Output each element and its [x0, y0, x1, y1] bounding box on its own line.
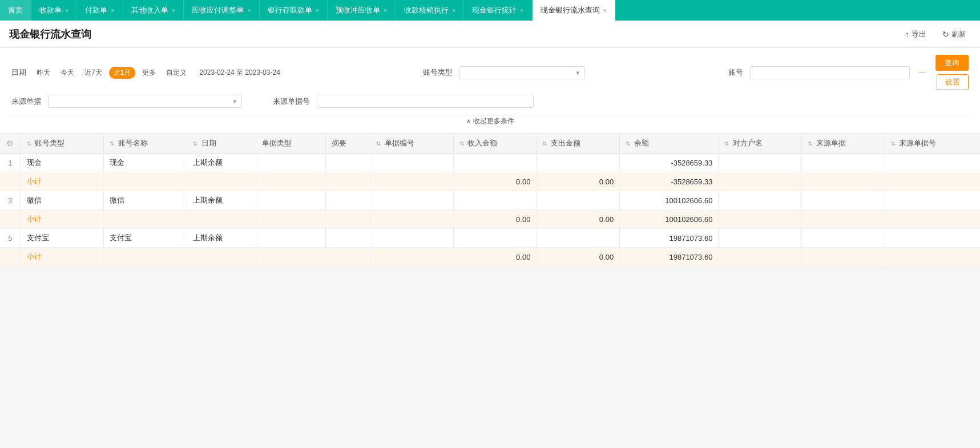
nav-item-other-income[interactable]: 其他收入单 × [123, 0, 184, 21]
cell-source-doc-num [885, 172, 980, 191]
collapse-arrow-icon: ∧ [466, 118, 471, 125]
cell-account-type: 微信 [21, 191, 104, 210]
source-doc-num-label: 来源单据号 [273, 96, 310, 107]
query-button[interactable]: 查询 [935, 55, 969, 71]
cell-summary [325, 229, 370, 248]
col-doc-num-label: 单据编号 [385, 139, 414, 147]
nav-item-cash-stats[interactable]: 现金银行统计 × [464, 0, 532, 21]
date-btn-more[interactable]: 更多 [139, 67, 159, 79]
account-type-arrow-icon: ▾ [576, 68, 580, 77]
table-row: 小计 0.00 0.00 -3528659.33 [0, 172, 980, 191]
date-btn-1month[interactable]: 近1月 [109, 67, 136, 79]
date-btn-custom[interactable]: 自定义 [163, 67, 190, 79]
close-other-income-icon[interactable]: × [172, 7, 175, 14]
nav-item-ar-ap-adjust[interactable]: 应收应付调整单 × [184, 0, 259, 21]
filter-area: 日期 昨天 今天 近7天 近1月 更多 自定义 2023-02-24 至 202… [0, 48, 980, 134]
cell-balance: 100102606.60 [620, 210, 719, 229]
collapse-row: ∧ 收起更多条件 [11, 112, 969, 127]
export-icon: ↑ [905, 30, 909, 39]
source-doc-num-input[interactable] [317, 95, 534, 108]
data-table: ⚙ ⇅ 账号类型 ⇅ 账号名称 ⇅ 日期 单据类型 摘要 [0, 134, 980, 267]
cell-expense [537, 191, 620, 210]
right-actions: 查询 设置 [935, 55, 969, 90]
account-dots-button[interactable]: ··· [917, 67, 929, 78]
sort-counterparty-icon: ⇅ [724, 140, 729, 147]
nav-item-home[interactable]: 首页 [0, 0, 31, 21]
col-expense[interactable]: ⇅ 支出金额 [537, 134, 620, 154]
cell-income: 0.00 [453, 172, 537, 191]
close-receipt-icon[interactable]: × [65, 7, 68, 14]
sort-date-icon: ⇅ [193, 140, 197, 147]
account-type-select[interactable]: ▾ [459, 66, 585, 79]
table-settings-icon[interactable]: ⚙ [6, 139, 14, 148]
sort-source-doc-icon: ⇅ [808, 140, 812, 147]
cell-doc-type [256, 210, 325, 229]
row-number: 3 [0, 191, 21, 210]
settings-button[interactable]: 设置 [937, 74, 969, 90]
close-collection-exec-icon[interactable]: × [452, 7, 455, 14]
nav-item-collection-exec[interactable]: 收款核销执行 × [396, 0, 464, 21]
cell-counterparty [719, 248, 802, 267]
col-counterparty[interactable]: ⇅ 对方户名 [719, 134, 802, 154]
collapse-button[interactable]: ∧ 收起更多条件 [11, 115, 969, 127]
nav-other-income-label: 其他收入单 [131, 5, 168, 15]
nav-receipt-label: 收款单 [39, 5, 62, 15]
cell-expense: 0.00 [537, 172, 620, 191]
cell-expense [537, 154, 620, 172]
date-btn-7days[interactable]: 近7天 [81, 67, 106, 79]
col-doc-type-label: 单据类型 [262, 139, 292, 147]
cell-summary [325, 248, 370, 267]
close-advance-offset-icon[interactable]: × [384, 7, 387, 14]
cell-account-name: 支付宝 [104, 229, 187, 248]
cell-summary [325, 154, 370, 172]
source-doc-select[interactable]: ▾ [48, 95, 242, 108]
table-row: 5 支付宝 支付宝 上期余额 19871073.60 [0, 229, 980, 248]
cell-doc-num [370, 248, 453, 267]
cell-balance: 100102606.60 [620, 191, 719, 210]
col-date[interactable]: ⇅ 日期 [187, 134, 256, 154]
cell-date [187, 172, 256, 191]
cell-account-name [104, 248, 187, 267]
nav-item-payment[interactable]: 付款单 × [77, 0, 123, 21]
date-range-display: 2023-02-24 至 2023-03-24 [199, 68, 280, 78]
top-navigation: 首页 收款单 × 付款单 × 其他收入单 × 应收应付调整单 × 银行存取款单 … [0, 0, 980, 21]
col-account-name[interactable]: ⇅ 账号名称 [104, 134, 187, 154]
date-btn-today[interactable]: 今天 [57, 67, 78, 79]
col-source-doc[interactable]: ⇅ 来源单据 [802, 134, 885, 154]
nav-item-cash-flow[interactable]: 现金银行流水查询 × [533, 0, 615, 21]
cell-source-doc [802, 210, 885, 229]
cell-doc-num [370, 154, 453, 172]
cell-counterparty [719, 229, 802, 248]
export-button[interactable]: ↑ 导出 [901, 27, 931, 42]
nav-item-bank-deposit[interactable]: 银行存取款单 × [260, 0, 328, 21]
cell-doc-num [370, 210, 453, 229]
col-income[interactable]: ⇅ 收入金额 [453, 134, 537, 154]
nav-item-receipt[interactable]: 收款单 × [31, 0, 77, 21]
cell-balance: 19871073.60 [620, 229, 719, 248]
close-payment-icon[interactable]: × [111, 7, 114, 14]
cell-account-type: 小计 [21, 248, 104, 267]
cell-doc-num [370, 172, 453, 191]
cell-doc-type [256, 191, 325, 210]
close-ar-ap-adjust-icon[interactable]: × [247, 7, 251, 14]
nav-advance-offset-label: 预收冲应收单 [336, 5, 380, 15]
cell-income: 0.00 [453, 248, 537, 267]
col-account-type[interactable]: ⇅ 账号类型 [21, 134, 104, 154]
close-cash-stats-icon[interactable]: × [520, 7, 523, 14]
source-doc-label: 来源单据 [11, 96, 41, 107]
date-btn-yesterday[interactable]: 昨天 [33, 67, 54, 79]
cell-income: 0.00 [453, 210, 537, 229]
col-balance[interactable]: ⇅ 余额 [620, 134, 719, 154]
col-account-name-label: 账号名称 [118, 139, 148, 147]
col-doc-num[interactable]: ⇅ 单据编号 [370, 134, 453, 154]
nav-item-advance-offset[interactable]: 预收冲应收单 × [328, 0, 396, 21]
account-input[interactable] [750, 66, 910, 79]
close-bank-deposit-icon[interactable]: × [316, 7, 319, 14]
cell-date: 上期余额 [187, 154, 256, 172]
refresh-button[interactable]: ↻ 刷新 [938, 27, 971, 42]
account-type-label: 账号类型 [423, 67, 453, 78]
close-cash-flow-icon[interactable]: × [603, 7, 607, 14]
cell-summary [325, 172, 370, 191]
col-source-doc-num[interactable]: ⇅ 来源单据号 [885, 134, 980, 154]
cell-income [453, 154, 537, 172]
